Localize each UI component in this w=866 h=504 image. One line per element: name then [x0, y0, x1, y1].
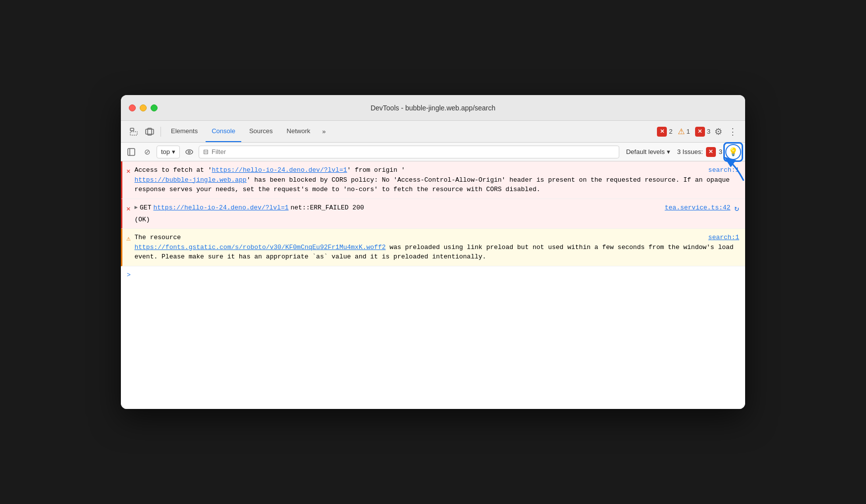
traffic-lights: [129, 104, 158, 111]
svg-point-7: [188, 151, 190, 153]
device-icon[interactable]: [143, 125, 157, 139]
error-icon-2: ✕: [126, 204, 130, 214]
get-error-content: ▶ GET https://hello-io-24.deno.dev/?lvl=…: [134, 203, 739, 225]
warning-content: The resource search:1 https://fonts.gsta…: [134, 233, 739, 262]
tab-console[interactable]: Console: [206, 121, 241, 142]
filter-icon: ⊟: [203, 148, 209, 155]
prompt-arrow-icon: >: [127, 271, 131, 279]
cors-source-link[interactable]: search:1: [703, 165, 739, 175]
cors-origin-url[interactable]: https://bubble-jingle.web.app: [134, 176, 246, 184]
error-icon: ✕: [657, 127, 667, 137]
title-bar: DevTools - bubble-jingle.web.app/search: [121, 95, 745, 121]
devtools-window: DevTools - bubble-jingle.web.app/search …: [121, 95, 745, 409]
error-badge: ✕ 2: [657, 127, 672, 137]
issues-count-icon: ✕: [706, 147, 716, 157]
issues-count-badge: 3 Issues: ✕ 3: [677, 147, 722, 157]
devtools-tab-bar: Elements Console Sources Network » ✕ 2 ⚠…: [121, 121, 745, 143]
settings-icon[interactable]: ⚙: [712, 124, 724, 139]
console-content: ✕ Access to fetch at 'https://hello-io-2…: [121, 161, 745, 409]
console-entry-preload-warning: ⚠ The resource search:1 https://fonts.gs…: [121, 229, 745, 266]
get-source-link[interactable]: tea.service.ts:42: [665, 203, 731, 213]
svg-point-6: [186, 150, 193, 154]
warning-icon: ⚠: [678, 127, 685, 136]
cors-fetch-url[interactable]: https://hello-io-24.deno.dev/?lvl=1: [212, 166, 347, 174]
get-url[interactable]: https://hello-io-24.deno.dev/?lvl=1: [153, 203, 288, 213]
cursor-icon[interactable]: [127, 125, 141, 139]
tab-network[interactable]: Network: [281, 121, 317, 142]
tab-sources[interactable]: Sources: [243, 121, 279, 142]
filter-box[interactable]: ⊟: [199, 146, 619, 158]
svg-rect-4: [128, 149, 135, 155]
minimize-button[interactable]: [140, 104, 147, 111]
context-selector[interactable]: top ▾: [157, 146, 180, 158]
tab-more-button[interactable]: »: [318, 126, 329, 137]
cors-error-content: Access to fetch at 'https://hello-io-24.…: [134, 165, 739, 195]
issues-icon: ✕: [695, 127, 705, 137]
tab-badges: ✕ 2 ⚠ 1 ✕ 3: [657, 127, 710, 137]
window-title: DevTools - bubble-jingle.web.app/search: [371, 104, 495, 112]
expand-icon[interactable]: ▶: [134, 203, 138, 212]
eye-icon[interactable]: [183, 146, 196, 158]
console-prompt[interactable]: >: [121, 266, 745, 284]
close-button[interactable]: [129, 104, 136, 111]
font-url[interactable]: https://fonts.gstatic.com/s/roboto/v30/K…: [134, 244, 385, 251]
issues-badge: ✕ 3: [695, 127, 710, 137]
tab-separator: [161, 127, 161, 137]
sidebar-toggle-icon[interactable]: [125, 146, 138, 158]
console-entry-get-error: ✕ ▶ GET https://hello-io-24.deno.dev/?lv…: [121, 199, 745, 229]
warning-source-link[interactable]: search:1: [708, 233, 739, 243]
tab-elements[interactable]: Elements: [165, 121, 204, 142]
levels-selector[interactable]: Default levels ▾: [622, 147, 674, 156]
console-toolbar: ⊘ top ▾ ⊟ Default levels ▾ 3 Issues: ✕ 3: [121, 143, 745, 161]
warning-badge: ⚠ 1: [678, 127, 690, 136]
svg-rect-2: [146, 129, 154, 134]
lightbulb-button[interactable]: 💡: [725, 144, 741, 160]
error-icon: ✕: [126, 166, 130, 177]
lightbulb-container: 💡: [725, 144, 741, 160]
more-options-icon[interactable]: ⋮: [726, 124, 739, 139]
svg-rect-0: [130, 128, 134, 131]
svg-rect-1: [130, 132, 137, 135]
console-entry-cors-error: ✕ Access to fetch at 'https://hello-io-2…: [121, 161, 745, 199]
maximize-button[interactable]: [151, 104, 158, 111]
clear-console-icon[interactable]: ⊘: [141, 146, 154, 158]
levels-chevron-icon: ▾: [667, 148, 670, 155]
warning-icon: ⚠: [126, 234, 130, 244]
filter-input[interactable]: [212, 148, 615, 155]
refresh-icon[interactable]: ↻: [734, 203, 739, 215]
chevron-down-icon: ▾: [172, 148, 175, 155]
